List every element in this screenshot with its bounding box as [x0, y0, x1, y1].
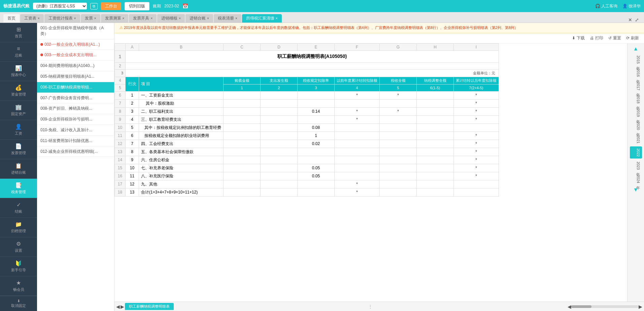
tab-close-sales-check[interactable]: ×	[179, 16, 181, 20]
sheet-scroll-bar[interactable]: ◀ ▶	[568, 304, 642, 309]
scroll-right-icon[interactable]: ▶	[639, 304, 642, 309]
tax-list-item-004[interactable]: 004-期间费用明细表(A1040...)	[37, 61, 114, 71]
tab-close-payroll[interactable]: ×	[38, 16, 40, 20]
tab-close-tax-list[interactable]: ×	[235, 16, 237, 20]
customer-service-btn[interactable]: 🎧 人工客询	[595, 3, 617, 9]
archive-icon: 📁	[15, 221, 22, 228]
subheader-c: 1	[224, 84, 261, 91]
year-2016[interactable]: 2016年	[630, 67, 642, 79]
top-bar: 畅捷通易代账 (勿删）江西股宝-LSS ⧉ 工作台 切到旧版 账期 2023-0…	[0, 0, 644, 12]
year-2019[interactable]: 2019年	[630, 107, 642, 119]
tab-invoice-calc[interactable]: 发票测算 ×	[101, 14, 129, 23]
sidebar-item-funds[interactable]: 💰 资金管理	[0, 81, 37, 101]
col-b-header: B	[139, 43, 224, 50]
copy-icon[interactable]: ⧉	[90, 3, 98, 9]
tab-payroll[interactable]: 工资表 ×	[20, 14, 44, 23]
tab-close-payroll-stat[interactable]: ×	[74, 16, 76, 20]
year-scroll-up[interactable]: ▲	[628, 45, 644, 53]
tab-close-income-tax[interactable]: ×	[276, 16, 278, 20]
scroll-left-icon[interactable]: ◀	[568, 304, 571, 309]
tax-list-item-009[interactable]: 009-企业所得税弥补亏损明...	[37, 114, 114, 125]
col-a-header: A	[126, 43, 139, 50]
reports-icon: 📊	[15, 65, 22, 71]
workspace-button[interactable]: 工作台	[101, 2, 121, 10]
year-2022[interactable]: 2022年	[630, 146, 642, 159]
sidebar-item-member[interactable]: ★ 畅会员	[0, 276, 37, 296]
refresh-button[interactable]: ⟳ 刷新	[626, 35, 639, 41]
tab-income-tax[interactable]: 所得税汇算清缴 ×	[242, 14, 282, 23]
tax-list-item-002[interactable]: 002-一般企业收入明细表(A1...)	[37, 39, 114, 50]
sidebar-item-assets[interactable]: 🏢 固定资产	[0, 101, 37, 120]
tab-close-sales-ledger[interactable]: ×	[207, 16, 209, 20]
sidebar-item-home[interactable]: ⊞ 首页	[0, 23, 37, 42]
year-2017[interactable]: 2017年	[630, 80, 642, 92]
year-2024[interactable]: 2024年	[630, 173, 642, 185]
sidebar-item-invoice[interactable]: 📄 发票管理	[0, 140, 37, 159]
sidebar-item-tax[interactable]: 📑 税务管理	[0, 179, 37, 198]
sheet-nav-left[interactable]: ◀	[116, 304, 120, 309]
tab-sales-ledger[interactable]: 进销台账 ×	[185, 14, 213, 23]
download-button[interactable]: ⬇ 下载	[572, 35, 585, 41]
table-row: 10 5 其中：按税收规定比例扣除的职工教育经费 0.08	[115, 124, 499, 132]
switch-version-button[interactable]: 切到旧版	[125, 2, 149, 10]
calendar-icon[interactable]: 📅	[182, 3, 188, 9]
sheet-title: 职工薪酬纳税调整明表(A105050)	[126, 50, 499, 62]
print-button[interactable]: 🖨 打印	[590, 35, 603, 41]
horizontal-scrollbar[interactable]	[571, 305, 639, 308]
spreadsheet-area[interactable]: A B C D E F G H I	[114, 43, 627, 302]
tab-invoice[interactable]: 发票 ×	[81, 14, 100, 23]
tab-close-invoice-calc[interactable]: ×	[123, 16, 125, 20]
sheet-tab-options[interactable]: ⋮	[368, 304, 373, 309]
tax-list-item-006[interactable]: 006-职工薪酬纳税调整明细...	[37, 82, 114, 93]
sidebar: ⊞ 首页 ≡ 总账 📊 报表中心 💰 资金管理 🏢 固定资产 👤 工资 📄 发票…	[0, 23, 37, 311]
year-2020[interactable]: 2020年	[630, 120, 642, 132]
tab-tax-list[interactable]: 税表清册 ×	[214, 14, 241, 23]
window-close-icon[interactable]: ✕	[628, 17, 632, 23]
window-expand-icon[interactable]: ⤢	[635, 17, 639, 23]
ledger-icon: ≡	[17, 46, 20, 52]
tax-list-item-008[interactable]: 008-资产折旧、摊销及纳税...	[37, 103, 114, 114]
guide-icon: 🔰	[15, 260, 22, 267]
sidebar-item-payroll[interactable]: 👤 工资	[0, 120, 37, 140]
year-2021[interactable]: 2021年	[630, 133, 642, 145]
tax-list-item-001[interactable]: 001-企业所得税年度纳税申报表（A类）	[37, 23, 114, 39]
sheet-nav-right[interactable]: ▶	[121, 304, 124, 309]
sidebar-item-purchases[interactable]: 📋 进销台账	[0, 159, 37, 179]
table-row: 17 12 九、其他 *	[115, 180, 499, 188]
tab-invoice-issue[interactable]: 发票开具 ×	[129, 14, 157, 23]
year-2015[interactable]: 2015年	[630, 54, 642, 66]
funds-icon: 💰	[15, 84, 22, 91]
tab-close-invoice-issue[interactable]: ×	[150, 16, 152, 20]
subheader-i: 7(2+4-5)	[454, 84, 499, 91]
tab-close-invoice[interactable]: ×	[94, 16, 96, 20]
sheet-tab-active[interactable]: 职工薪酬纳税调整明细表	[125, 303, 174, 310]
col-num-header	[115, 43, 126, 50]
tax-list-item-012[interactable]: 012-减免企业所得税优惠明细(...	[37, 146, 114, 157]
year-scroll-down[interactable]: ▼	[628, 186, 644, 194]
sidebar-item-settings[interactable]: ⚙ 设置	[0, 237, 37, 257]
tax-list-item-007[interactable]: 007-广告费和业务宣传费明...	[37, 93, 114, 104]
tax-list-item-011[interactable]: 011-研发费用加计扣除优惠...	[37, 136, 114, 146]
scrollbar-thumb[interactable]	[571, 305, 591, 308]
company-select[interactable]: (勿删）江西股宝-LSS	[33, 3, 87, 9]
tab-home[interactable]: 首页	[3, 14, 20, 23]
year-2018[interactable]: 2018年	[630, 93, 642, 105]
col-c-header: C	[224, 43, 261, 50]
tab-payroll-stat[interactable]: 工资统计报表 ×	[44, 14, 80, 23]
sidebar-item-guide[interactable]: 🔰 新手引导	[0, 257, 37, 276]
header-h: 纳税调整全额	[417, 77, 454, 84]
tab-sales-check[interactable]: 进销稽核 ×	[157, 14, 185, 23]
year-2023[interactable]: 2023年	[630, 160, 642, 172]
table-row: 15 10 七、补充养老保险 0.05 *	[115, 164, 499, 172]
unpin-button[interactable]: ⬇ 取消固定	[0, 296, 37, 311]
tax-list-item-010[interactable]: 010-免税、减计收入及加计...	[37, 125, 114, 136]
sidebar-item-ledger[interactable]: ≡ 总账	[0, 42, 37, 62]
tax-list-item-005[interactable]: 005-纳税调整项目明细表(A1...	[37, 71, 114, 82]
sidebar-item-close[interactable]: ✓ 结账	[0, 198, 37, 218]
table-row: 1 职工薪酬纳税调整明表(A105050)	[115, 50, 499, 62]
tax-list-item-003[interactable]: 003-一般企业成本支出明细...	[37, 50, 114, 61]
sidebar-item-reports[interactable]: 📊 报表中心	[0, 62, 37, 81]
sidebar-item-archive[interactable]: 📁 归档管理	[0, 218, 37, 237]
user-profile-btn[interactable]: 👤 徐泽华	[622, 3, 641, 9]
reset-button[interactable]: ↺ 重置	[608, 35, 621, 41]
